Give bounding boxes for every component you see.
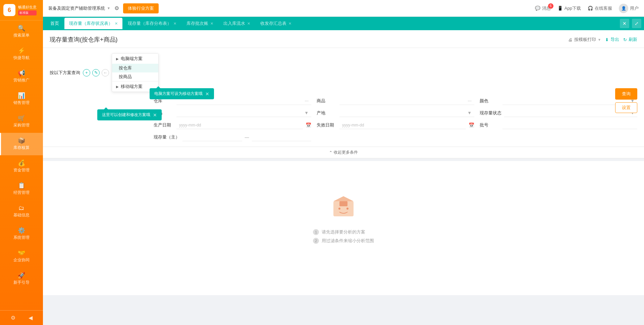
size-select[interactable]: ▼ [176,109,311,117]
sidebar-item-operations[interactable]: 📋 经营管理 [0,178,43,200]
search-buttons: 查询 设置 [615,88,637,113]
inventory-icon: 📦 [18,138,25,144]
refresh-btn[interactable]: ↻ 刷新 [623,37,637,43]
app-download-action[interactable]: 📱 App下载 [557,5,581,11]
tab-close-icon[interactable]: ✕ [288,21,291,26]
sidebar-item-guide[interactable]: 🚀 新手引导 [0,268,43,290]
empty-state: 1 请先选择要分析的方案 2 用过滤条件来缩小分析范围 [43,161,644,271]
tab-home[interactable]: 首页 [46,18,64,29]
data-area: 1 请先选择要分析的方案 2 用过滤条件来缩小分析范围 [43,161,644,295]
sidebar-settings-btn[interactable]: ⚙ [11,315,15,321]
sidebar-item-enterprise[interactable]: 🤝 企业协同 [0,245,43,268]
tab-close-all-btn[interactable]: ✕ [620,19,629,28]
logo-icon: 6 [3,4,15,16]
tabbar-end: ✕ ⤢ [620,19,641,28]
tab-maximize-btn[interactable]: ⤢ [632,19,641,28]
export-btn[interactable]: ⬇ 导出 [605,37,619,43]
sidebar-item-purchase[interactable]: 🛒 采购管理 [0,110,43,133]
tab-in-out-flow[interactable]: 出入库流水 ✕ [219,18,255,29]
add-scheme-btn[interactable]: + [83,69,90,76]
topbar: 装备及固定资产辅助管理系统 ▼ ⚙ 体验行业方案 💬 消息 6 📱 App下载 … [43,0,644,17]
product-dots[interactable]: ··· [468,98,472,103]
tab-inventory-dist[interactable]: 现存量（库存分布表） ✕ [123,18,181,29]
sidebar-item-label: 销售管理 [13,100,30,106]
calendar-icon-expiry[interactable]: 📅 [469,122,474,128]
refresh-icon: ↻ [623,37,627,42]
tab-summary-table[interactable]: 收发存汇总表 ✕ [256,18,296,29]
scheme-item-warehouse[interactable]: 按仓库 [112,64,158,72]
scheme-item-product[interactable]: 按商品 [112,72,158,81]
svg-rect-2 [339,201,347,206]
mobile-scheme-label: 移动端方案 [121,84,143,90]
calendar-icon-production[interactable]: 📅 [306,122,311,128]
online-service-action[interactable]: 🎧 在线客服 [588,5,612,11]
search-btn[interactable]: 查询 [615,88,637,100]
production-date-label: 生产日期 [154,122,174,128]
stock-qty-field: 现存量（主） — [154,133,311,141]
size-field: 尺码 ▼ [154,109,311,117]
filter-row-4: 现存量（主） — [154,133,637,141]
sidebar-item-system[interactable]: ⚙️ 系统管理 [0,223,43,245]
tab-close-icon[interactable]: ✕ [173,21,176,26]
tab-inventory-status[interactable]: 现存量（库存状况表） ✕ [64,18,122,29]
settings-gear-icon[interactable]: ⚙ [114,5,119,11]
back-scheme-btn[interactable]: ← [102,69,109,76]
svg-point-4 [346,208,348,210]
system-icon: ⚙️ [18,227,25,233]
sidebar-item-search-menu[interactable]: 🔍 搜索菜单 [0,20,43,43]
enterprise-icon: 🤝 [18,250,25,256]
message-action[interactable]: 💬 消息 6 [535,5,551,11]
sidebar-item-marketing[interactable]: 📢 营销推广 [0,65,43,88]
tab-close-icon[interactable]: ✕ [115,21,118,26]
stock-qty-label: 现存量（主） [154,134,180,140]
product-select[interactable]: ··· [339,97,474,105]
tab-close-icon[interactable]: ✕ [210,21,213,26]
export-icon: ⬇ [605,37,609,42]
app-download-label: App下载 [565,5,581,11]
tooltip2-close-btn[interactable]: ✕ [153,112,157,118]
production-date-field: 生产日期 📅 [154,121,311,129]
user-action[interactable]: 👤 用户 [619,4,639,13]
tab-inventory-dist-label: 现存量（库存分布表） [128,20,171,26]
topbar-right: 💬 消息 6 📱 App下载 🎧 在线客服 👤 用户 [535,4,639,13]
color-label: 颜色 [480,98,500,104]
system-selector[interactable]: 装备及固定资产辅助管理系统 ▼ [48,5,110,11]
sidebar-item-label: 基础信息 [13,212,30,218]
scheme-dropdown-area: ▶ 电脑端方案 按仓库 按商品 ▶ 移动端方案 [112,53,159,92]
desktop-scheme-header[interactable]: ▶ 电脑端方案 [112,54,158,64]
page-title-row: 现存量查询(按仓库+商品) 🖨 按模板打印 ▼ ⬇ 导出 ↻ 刷新 [50,36,637,44]
tooltip1-close-btn[interactable]: ✕ [205,91,209,97]
tab-close-icon[interactable]: ✕ [247,21,250,26]
sidebar-item-finance[interactable]: 💰 资金管理 [0,155,43,178]
sales-icon: 📊 [18,93,25,99]
stock-qty-max-input[interactable] [252,133,312,141]
sidebar-nav: 🔍 搜索菜单 ⚡ 快捷导航 📢 营销推广 📊 销售管理 🛒 采购管理 📦 库存核… [0,20,43,310]
edit-scheme-btn[interactable]: ✎ [92,69,100,76]
print-label: 按模板打印 [574,37,596,43]
arrow-right-icon2: ▶ [116,85,119,89]
sidebar-item-label: 经营管理 [13,190,30,196]
tooltip-create-scheme: 这里可以创建和修改方案哦 ✕ [97,109,162,120]
sidebar-item-inventory[interactable]: 📦 库存核算 [0,133,43,155]
sidebar-item-basic-info[interactable]: 🗂 基础信息 [0,200,43,223]
sidebar-item-quick-nav[interactable]: ⚡ 快捷导航 [0,43,43,65]
sidebar-item-sales[interactable]: 📊 销售管理 [0,88,43,110]
stock-qty-min-input[interactable] [182,133,242,141]
collapse-btn[interactable]: ⌃ 收起更多条件 [329,150,358,155]
expiry-date-input[interactable] [339,121,466,129]
origin-select[interactable]: ▼ [339,109,474,117]
print-template-btn[interactable]: 🖨 按模板打印 ▼ [568,37,601,43]
tooltip-desktop-to-mobile: 电脑方案可设为移动方案哦 ✕ [150,88,214,99]
user-label: 用户 [630,5,639,11]
reset-btn[interactable]: 设置 [615,102,637,113]
sidebar-collapse-btn[interactable]: ◀ [29,315,33,321]
sidebar-item-label: 快捷导航 [13,55,30,61]
warehouse-dots[interactable]: ··· [305,98,309,103]
app-logo: 6 畅通好生意 标准版 [0,0,43,20]
production-date-input[interactable] [176,121,303,129]
product-label: 商品 [317,98,337,104]
tooltip-text-1: 电脑方案可设为移动方案哦 [154,91,203,97]
batch-input[interactable] [502,121,637,129]
tab-batch-account[interactable]: 库存批次账 ✕ [182,18,218,29]
experience-btn[interactable]: 体验行业方案 [123,3,159,13]
